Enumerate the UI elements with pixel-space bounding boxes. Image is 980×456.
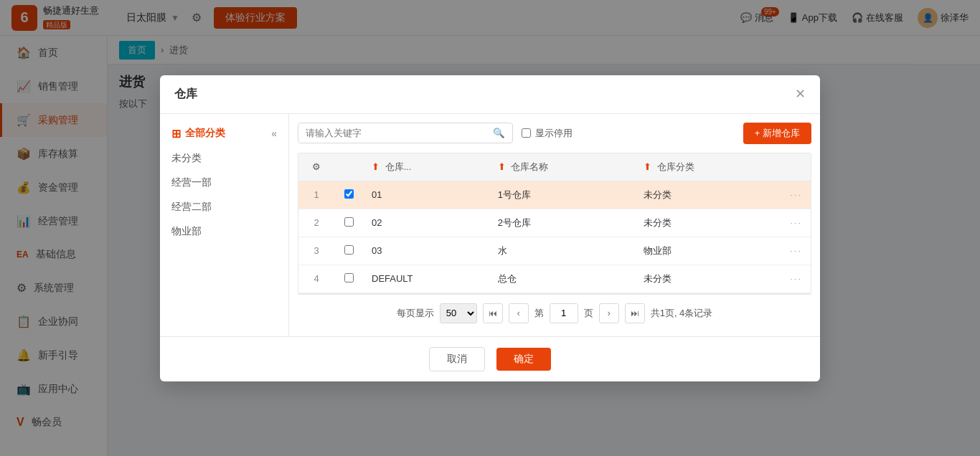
modal-category-sidebar: ⊞ 全部分类 « 未分类 经营一部 经营二部 物业部 [160,114,289,336]
category-item-ops1[interactable]: 经营一部 [160,171,288,195]
row-actions[interactable]: ··· [781,181,811,209]
show-disabled-label: 显示停用 [535,127,573,140]
page-unit: 页 [584,307,593,320]
row-checkbox-cell[interactable] [334,237,363,265]
page-label: 第 [534,307,544,320]
table-row[interactable]: 1 01 1号仓库 未分类 ··· [298,181,811,209]
category-item-property[interactable]: 物业部 [160,219,288,244]
total-info: 共1页, 4条记录 [651,307,713,320]
row-category: 未分类 [635,209,781,237]
first-page-button[interactable]: ⏮ [483,303,503,323]
sort-icon-code: ⬆ [372,161,380,172]
modal-close-button[interactable]: ✕ [795,87,806,100]
row-checkbox[interactable] [344,273,354,282]
row-name: 1号仓库 [489,181,636,209]
row-code: DEFAULT [363,265,489,293]
row-code: 02 [363,209,489,237]
row-actions[interactable]: ··· [781,265,811,293]
row-num: 1 [298,181,334,209]
next-page-button[interactable]: › [599,303,619,323]
prev-page-button[interactable]: ‹ [509,303,529,323]
modal-title: 仓库 [174,87,197,102]
row-name: 总仓 [489,265,636,293]
modal-main: 🔍 显示停用 + 新增仓库 ⚙ [289,114,820,336]
row-checkbox-cell[interactable] [334,209,363,237]
row-checkbox[interactable] [344,217,354,227]
per-page-select[interactable]: 50 100 [440,303,477,323]
row-actions[interactable]: ··· [781,237,811,265]
col-header-gear[interactable]: ⚙ [298,153,334,181]
modal-search-box[interactable]: 🔍 [298,123,513,143]
add-warehouse-button[interactable]: + 新增仓库 [743,123,811,144]
grid-icon: ⊞ [171,127,181,141]
table-row[interactable]: 2 02 2号仓库 未分类 ··· [298,209,811,237]
row-name: 水 [489,237,636,265]
table-row[interactable]: 4 DEFAULT 总仓 未分类 ··· [298,265,811,293]
modal-body: ⊞ 全部分类 « 未分类 经营一部 经营二部 物业部 [160,114,820,336]
sort-icon-category: ⬆ [644,161,651,172]
search-input[interactable] [298,123,486,143]
row-num: 2 [298,209,334,237]
col-header-category[interactable]: ⬆ 仓库分类 [635,153,781,181]
cancel-button[interactable]: 取消 [429,347,485,371]
warehouse-table: ⚙ ⬆ 仓库... ⬆ 仓库名称 [298,153,811,294]
col-header-name[interactable]: ⬆ 仓库名称 [489,153,636,181]
modal-overlay[interactable]: 仓库 ✕ ⊞ 全部分类 « 未分类 经营一部 [0,0,980,456]
last-page-button[interactable]: ⏭ [625,303,645,323]
row-code: 01 [363,181,489,209]
modal-footer: 取消 确定 [160,336,820,381]
row-category: 未分类 [635,181,781,209]
row-num: 4 [298,265,334,293]
row-checkbox[interactable] [344,189,354,199]
table-header-row: ⚙ ⬆ 仓库... ⬆ 仓库名称 [298,153,811,181]
col-header-code[interactable]: ⬆ 仓库... [363,153,489,181]
row-category: 物业部 [635,237,781,265]
per-page-label: 每页显示 [397,307,434,320]
row-checkbox-cell[interactable] [334,265,363,293]
collapse-button[interactable]: « [271,128,277,139]
modal-pagination: 每页显示 50 100 ⏮ ‹ 第 页 › ⏭ 共1页, 4条记录 [298,294,811,328]
row-checkbox-cell[interactable] [334,181,363,209]
modal-header: 仓库 ✕ [160,75,820,114]
show-disabled-checkbox[interactable] [522,128,531,138]
search-button[interactable]: 🔍 [486,123,512,143]
sort-icon-name: ⬆ [498,161,506,172]
row-checkbox[interactable] [344,245,354,255]
modal-sidebar-header: ⊞ 全部分类 « [160,121,288,146]
category-item-ops2[interactable]: 经营二部 [160,195,288,219]
category-header-label[interactable]: 全部分类 [185,127,225,140]
category-item-uncategorized[interactable]: 未分类 [160,146,288,171]
row-actions[interactable]: ··· [781,209,811,237]
col-header-check [334,153,363,181]
row-category: 未分类 [635,265,781,293]
confirm-button[interactable]: 确定 [496,348,551,371]
page-number-input[interactable] [550,303,578,323]
show-disabled-checkbox-label[interactable]: 显示停用 [522,127,573,140]
modal-toolbar: 🔍 显示停用 + 新增仓库 [298,123,811,144]
row-num: 3 [298,237,334,265]
row-name: 2号仓库 [489,209,636,237]
warehouse-modal: 仓库 ✕ ⊞ 全部分类 « 未分类 经营一部 [160,75,820,381]
row-code: 03 [363,237,489,265]
table-row[interactable]: 3 03 水 物业部 ··· [298,237,811,265]
col-header-actions [781,153,811,181]
